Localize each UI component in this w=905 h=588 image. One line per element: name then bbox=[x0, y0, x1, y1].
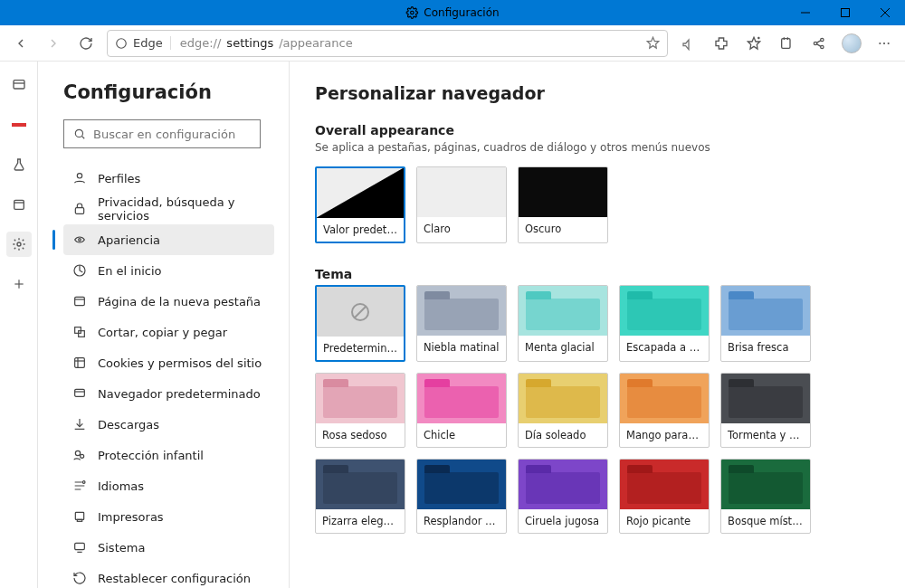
rail-history-icon[interactable] bbox=[6, 192, 32, 217]
svg-point-0 bbox=[411, 11, 414, 14]
svg-point-29 bbox=[75, 129, 82, 137]
theme-option[interactable]: Escapada a una isla bbox=[619, 285, 710, 362]
card-label: Rosa sedoso bbox=[316, 423, 405, 447]
sidebar-item[interactable]: Privacidad, búsqueda y servicios bbox=[63, 194, 274, 224]
theme-option[interactable]: Pizarra elegante bbox=[315, 459, 405, 534]
sidebar-item[interactable]: Apariencia bbox=[63, 224, 274, 255]
svg-line-30 bbox=[81, 136, 84, 138]
rail-red-icon[interactable] bbox=[6, 112, 32, 138]
sidebar-item-label: Apariencia bbox=[98, 233, 160, 247]
theme-option[interactable]: Tormenta y oscurid… bbox=[720, 373, 811, 448]
svg-point-19 bbox=[883, 42, 885, 43]
appearance-option[interactable]: Oscuro bbox=[518, 166, 608, 243]
forward-button[interactable] bbox=[38, 28, 69, 59]
card-label: Día soleado bbox=[519, 423, 607, 447]
section-theme: Tema PredeterminadoNiebla matinalMenta g… bbox=[315, 267, 880, 534]
theme-swatch bbox=[316, 374, 405, 423]
settings-search[interactable] bbox=[63, 119, 261, 148]
sidebar-item[interactable]: Navegador predeterminado bbox=[63, 378, 274, 409]
card-label: Predeterminado bbox=[317, 337, 404, 360]
sidebar-item[interactable]: Descargas bbox=[63, 409, 274, 440]
card-label: Ciruela jugosa bbox=[519, 509, 607, 533]
theme-option[interactable]: Niebla matinal bbox=[416, 285, 507, 362]
svg-rect-50 bbox=[75, 543, 85, 549]
theme-option[interactable]: Menta glacial bbox=[518, 285, 608, 362]
appearance-swatch bbox=[519, 167, 607, 217]
appearance-option[interactable]: Valor predetermin… bbox=[315, 166, 405, 243]
close-button[interactable] bbox=[865, 0, 905, 25]
svg-point-45 bbox=[75, 450, 80, 455]
sidebar-item-label: Página de la nueva pestaña bbox=[98, 295, 261, 308]
back-button[interactable] bbox=[5, 28, 36, 59]
refresh-button[interactable] bbox=[71, 28, 101, 59]
svg-point-33 bbox=[79, 239, 81, 242]
sidebar-item[interactable]: Cookies y permisos del sitio bbox=[63, 347, 274, 378]
appearance-option[interactable]: Claro bbox=[416, 166, 507, 243]
sidebar-heading: Configuración bbox=[63, 81, 274, 103]
nav-item-icon bbox=[72, 232, 87, 247]
sidebar-item[interactable]: Cortar, copiar y pegar bbox=[63, 317, 274, 347]
theme-swatch bbox=[519, 286, 607, 336]
rail-settings-icon[interactable] bbox=[6, 232, 32, 257]
nav-item-icon bbox=[72, 386, 87, 401]
favorite-star-icon[interactable] bbox=[646, 36, 660, 50]
maximize-button[interactable] bbox=[825, 0, 865, 25]
svg-rect-39 bbox=[75, 358, 85, 368]
theme-option[interactable]: Chicle bbox=[416, 373, 507, 448]
theme-option[interactable]: Día soleado bbox=[518, 373, 608, 448]
theme-option[interactable]: Rosa sedoso bbox=[315, 373, 405, 448]
theme-option[interactable]: Brisa fresca bbox=[720, 285, 811, 362]
settings-sidebar: Configuración PerfilesPrivacidad, búsque… bbox=[38, 62, 290, 588]
sidebar-item[interactable]: Perfiles bbox=[63, 163, 274, 194]
card-label: Tormenta y oscurid… bbox=[721, 423, 810, 447]
rail-tabs-icon[interactable] bbox=[6, 72, 32, 98]
nav-item-icon bbox=[72, 202, 87, 216]
collections-icon[interactable] bbox=[771, 28, 802, 59]
sidebar-item-label: Sistema bbox=[98, 541, 145, 555]
extensions-icon[interactable] bbox=[706, 28, 737, 59]
sidebar-item[interactable]: En el inicio bbox=[63, 255, 274, 286]
settings-search-input[interactable] bbox=[93, 128, 251, 141]
theme-option[interactable]: Ciruela jugosa bbox=[518, 459, 608, 534]
sidebar-item-label: Cookies y permisos del sitio bbox=[98, 356, 262, 370]
theme-swatch bbox=[316, 460, 405, 509]
card-label: Rojo picante bbox=[620, 509, 709, 533]
sidebar-item[interactable]: Idiomas bbox=[63, 470, 274, 501]
nav-item-icon bbox=[72, 509, 87, 524]
address-bar[interactable]: Edge edge://settings/appearance bbox=[107, 30, 668, 57]
svg-point-20 bbox=[888, 42, 890, 43]
card-label: Escapada a una isla bbox=[620, 336, 709, 359]
sidebar-item[interactable]: Sistema bbox=[63, 532, 274, 563]
rail-add-tab-icon[interactable] bbox=[6, 271, 32, 297]
theme-option[interactable]: Resplandor de luz … bbox=[416, 459, 507, 534]
favorites-icon[interactable] bbox=[738, 28, 769, 59]
sidebar-item[interactable]: Página de la nueva pestaña bbox=[63, 286, 274, 317]
theme-swatch bbox=[721, 460, 810, 509]
read-aloud-icon[interactable] bbox=[673, 28, 704, 59]
theme-option[interactable]: Rojo picante bbox=[619, 459, 710, 534]
section-subtitle: Se aplica a pestañas, páginas, cuadros d… bbox=[315, 141, 880, 154]
theme-option[interactable]: Predeterminado bbox=[315, 285, 405, 362]
rail-flask-icon[interactable] bbox=[6, 152, 32, 177]
svg-line-17 bbox=[816, 43, 821, 46]
theme-option[interactable]: Bosque místico bbox=[720, 459, 811, 534]
sidebar-item[interactable]: Protección infantil bbox=[63, 440, 274, 470]
more-menu-icon[interactable] bbox=[869, 28, 900, 59]
svg-rect-38 bbox=[79, 331, 85, 337]
minimize-button[interactable] bbox=[786, 0, 825, 25]
sidebar-item-label: Navegador predeterminado bbox=[98, 387, 261, 401]
card-label: Pizarra elegante bbox=[316, 509, 405, 533]
theme-option[interactable]: Mango paradisíaco bbox=[619, 373, 710, 448]
sidebar-item[interactable]: Restablecer configuración bbox=[63, 563, 274, 588]
browser-toolbar: Edge edge://settings/appearance bbox=[0, 25, 905, 62]
svg-point-26 bbox=[17, 242, 21, 246]
theme-swatch bbox=[519, 374, 607, 423]
page-title: Personalizar navegador bbox=[315, 83, 880, 103]
share-icon[interactable] bbox=[804, 28, 834, 59]
search-icon bbox=[73, 128, 86, 140]
card-label: Niebla matinal bbox=[417, 336, 506, 359]
svg-rect-48 bbox=[75, 512, 83, 519]
profile-avatar[interactable] bbox=[836, 28, 867, 59]
section-heading: Tema bbox=[315, 267, 880, 281]
sidebar-item[interactable]: Impresoras bbox=[63, 501, 274, 532]
